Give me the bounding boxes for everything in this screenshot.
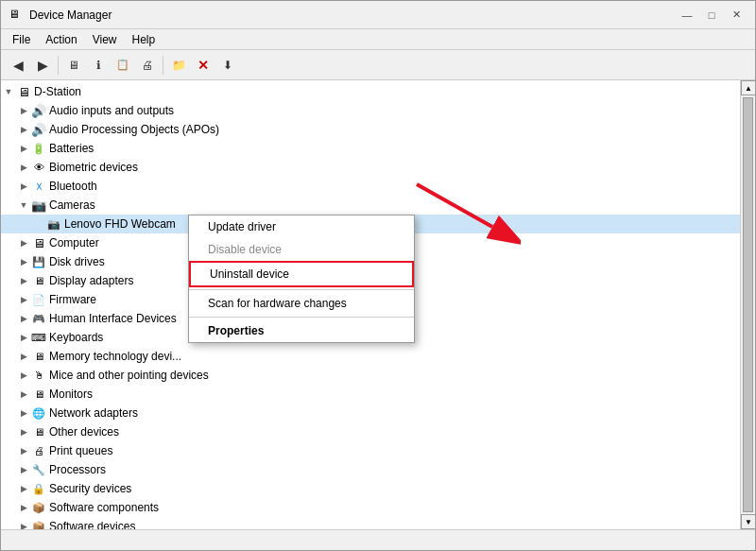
- software-devices-expander[interactable]: ▶: [16, 519, 31, 529]
- tree-item-security[interactable]: ▶ 🔒 Security devices: [1, 479, 740, 498]
- tree-item-other-devices[interactable]: ▶ 🖥 Other devices: [1, 422, 740, 441]
- ctx-properties[interactable]: Properties: [189, 319, 414, 342]
- security-icon: 🔒: [31, 481, 46, 496]
- cameras-expander[interactable]: ▼: [16, 198, 31, 213]
- ctx-separator-2: [189, 317, 414, 318]
- security-expander[interactable]: ▶: [16, 481, 31, 496]
- other-devices-expander[interactable]: ▶: [16, 424, 31, 439]
- memory-expander[interactable]: ▶: [16, 349, 31, 364]
- toolbar-back[interactable]: ◀: [7, 54, 29, 77]
- biometric-expander[interactable]: ▶: [16, 160, 31, 175]
- scroll-up-arrow[interactable]: ▲: [741, 80, 755, 95]
- firmware-expander[interactable]: ▶: [16, 292, 31, 307]
- tree-item-software-components[interactable]: ▶ 📦 Software components: [1, 498, 740, 517]
- ctx-disable-device[interactable]: Disable device: [189, 238, 414, 261]
- bluetooth-label: Bluetooth: [49, 180, 97, 193]
- toolbar-forward[interactable]: ▶: [31, 54, 54, 77]
- status-bar: [1, 529, 755, 550]
- monitors-icon: 🖥: [31, 387, 46, 402]
- scroll-down-arrow[interactable]: ▼: [741, 514, 755, 529]
- batteries-expander[interactable]: ▶: [16, 141, 31, 156]
- tree-item-software-devices[interactable]: ▶ 📦 Software devices: [1, 517, 740, 529]
- disk-drives-expander[interactable]: ▶: [16, 254, 31, 269]
- tree-item-biometric[interactable]: ▶ 👁 Biometric devices: [1, 158, 740, 177]
- keyboards-label: Keyboards: [49, 331, 103, 344]
- toolbar-info[interactable]: ℹ: [87, 54, 110, 77]
- cameras-label: Cameras: [49, 198, 95, 212]
- toolbar-resources[interactable]: 📋: [112, 54, 134, 77]
- tree-item-cameras[interactable]: ▼ 📷 Cameras: [1, 196, 740, 215]
- title-bar-controls: — □ ✕: [676, 7, 747, 24]
- audio-proc-icon: 🔊: [31, 122, 46, 137]
- menu-file[interactable]: File: [5, 31, 38, 47]
- mice-expander[interactable]: ▶: [16, 368, 31, 383]
- toolbar-print[interactable]: 🖨: [136, 54, 159, 77]
- context-menu: Update driver Disable device Uninstall d…: [188, 215, 415, 343]
- tree-item-print-queues[interactable]: ▶ 🖨 Print queues: [1, 441, 740, 460]
- toolbar-uninstall[interactable]: ✕: [192, 54, 215, 77]
- network-expander[interactable]: ▶: [16, 405, 31, 421]
- processors-icon: 🔧: [31, 462, 46, 477]
- tree-item-bluetooth[interactable]: ▶ ☓ Bluetooth: [1, 177, 740, 196]
- tree-item-audio-processing[interactable]: ▶ 🔊 Audio Processing Objects (APOs): [1, 120, 740, 139]
- toolbar-device-manager[interactable]: 🖥: [62, 54, 85, 77]
- computer-expander[interactable]: ▶: [16, 235, 31, 250]
- cameras-icon: 📷: [31, 198, 46, 213]
- tree-item-batteries[interactable]: ▶ 🔋 Batteries: [1, 139, 740, 158]
- toolbar-scan[interactable]: ⬇: [216, 54, 239, 77]
- menu-action[interactable]: Action: [38, 31, 84, 47]
- ctx-scan-hardware[interactable]: Scan for hardware changes: [189, 292, 414, 315]
- hid-expander[interactable]: ▶: [16, 311, 31, 326]
- root-expander[interactable]: ▼: [1, 84, 16, 99]
- toolbar-sep-1: [58, 56, 59, 75]
- tree-item-network[interactable]: ▶ 🌐 Network adapters: [1, 404, 740, 422]
- software-devices-label: Software devices: [49, 520, 135, 529]
- lenovo-cam-label: Lenovo FHD Webcam: [64, 217, 176, 231]
- network-icon: 🌐: [31, 405, 46, 421]
- scrollbar[interactable]: ▲ ▼: [740, 80, 755, 529]
- minimize-button[interactable]: —: [676, 7, 698, 24]
- security-label: Security devices: [49, 482, 131, 495]
- print-queues-expander[interactable]: ▶: [16, 443, 31, 458]
- hid-label: Human Interface Devices: [49, 312, 177, 325]
- tree-root[interactable]: ▼ 🖥 D-Station: [1, 82, 740, 101]
- tree-item-memory[interactable]: ▶ 🖥 Memory technology devi...: [1, 347, 740, 366]
- toolbar-properties[interactable]: 📁: [167, 54, 190, 77]
- keyboards-expander[interactable]: ▶: [16, 330, 31, 345]
- menu-bar: File Action View Help: [1, 29, 755, 50]
- menu-view[interactable]: View: [85, 31, 125, 47]
- software-components-label: Software components: [49, 501, 159, 514]
- biometric-icon: 👁: [31, 160, 46, 175]
- computer-icon: 🖥: [31, 235, 46, 250]
- software-devices-icon: 📦: [31, 519, 46, 529]
- processors-expander[interactable]: ▶: [16, 462, 31, 477]
- audio-proc-expander[interactable]: ▶: [16, 122, 31, 137]
- ctx-uninstall-device[interactable]: Uninstall device: [189, 261, 414, 287]
- audio-inputs-expander[interactable]: ▶: [16, 103, 31, 118]
- menu-help[interactable]: Help: [125, 31, 163, 47]
- hid-icon: 🎮: [31, 311, 46, 326]
- toolbar-sep-2: [163, 56, 163, 75]
- maximize-button[interactable]: □: [700, 7, 723, 24]
- display-adapters-label: Display adapters: [49, 274, 133, 287]
- tree-item-monitors[interactable]: ▶ 🖥 Monitors: [1, 385, 740, 404]
- other-devices-icon: 🖥: [31, 424, 46, 439]
- close-button[interactable]: ✕: [725, 7, 747, 24]
- network-label: Network adapters: [49, 406, 138, 420]
- tree-item-audio-inputs[interactable]: ▶ 🔊 Audio inputs and outputs: [1, 101, 740, 120]
- title-bar: 🖥 Device Manager — □ ✕: [1, 1, 755, 29]
- display-adapters-expander[interactable]: ▶: [16, 273, 31, 288]
- bluetooth-icon: ☓: [31, 179, 46, 194]
- monitors-expander[interactable]: ▶: [16, 387, 31, 402]
- disk-drives-icon: 💾: [31, 254, 46, 269]
- software-components-expander[interactable]: ▶: [16, 500, 31, 515]
- content-area: ▼ 🖥 D-Station ▶ 🔊 Audio inputs and outpu…: [1, 80, 755, 529]
- ctx-update-driver[interactable]: Update driver: [189, 215, 414, 238]
- scroll-thumb[interactable]: [743, 97, 753, 512]
- toolbar: ◀ ▶ 🖥 ℹ 📋 🖨 📁 ✕ ⬇: [1, 50, 755, 80]
- other-devices-label: Other devices: [49, 425, 119, 439]
- tree-item-processors[interactable]: ▶ 🔧 Processors: [1, 460, 740, 479]
- bluetooth-expander[interactable]: ▶: [16, 179, 31, 194]
- device-manager-window: 🖥 Device Manager — □ ✕ File Action View …: [0, 0, 756, 551]
- tree-item-mice[interactable]: ▶ 🖱 Mice and other pointing devices: [1, 366, 740, 385]
